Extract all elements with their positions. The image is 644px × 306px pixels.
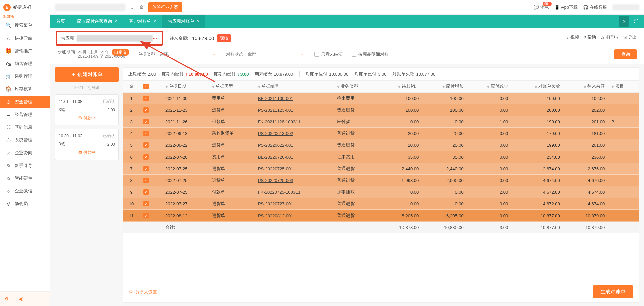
history-card[interactable]: 11.01 - 11.08已确认3笔2.00✪ 付款中: [55, 94, 119, 125]
close-icon[interactable]: ×: [154, 19, 156, 24]
chevron-down-icon: ⌄: [212, 52, 215, 56]
sidebar-item[interactable]: V畅会员: [0, 197, 50, 210]
app-download-link[interactable]: 📱 App下载: [554, 4, 578, 10]
doc-type-input[interactable]: [158, 51, 217, 58]
sidebar-item[interactable]: 🏠库存核算: [0, 83, 50, 96]
close-icon[interactable]: ×: [197, 19, 199, 24]
fullscreen-button[interactable]: ⛶: [631, 16, 641, 27]
row-checkbox[interactable]: ✓: [143, 166, 149, 171]
settle-button[interactable]: 现结: [217, 34, 231, 42]
doc-link[interactable]: FK-20211126-100311: [258, 119, 301, 124]
sidebar-item[interactable]: 🎁营销推广: [0, 45, 50, 57]
row-checkbox[interactable]: ✓: [143, 131, 149, 136]
create-statement-button[interactable]: ＋ 创建对账单: [55, 67, 119, 82]
doc-link[interactable]: PS-20211123-001: [258, 108, 293, 113]
gear-icon[interactable]: ⚙: [129, 84, 134, 89]
row-checkbox[interactable]: ✓: [143, 107, 149, 113]
gear-icon[interactable]: ⚙: [139, 4, 144, 10]
sidebar-item[interactable]: ○企业微信: [0, 185, 50, 197]
sidebar-item[interactable]: ☺智能硬件: [0, 172, 50, 185]
row-checkbox[interactable]: ✓: [143, 154, 149, 160]
table-row[interactable]: 7✓2022-07-25进货单PS-20220725-001普通进货2,440.…: [123, 163, 639, 175]
customer-service-link[interactable]: 🎧 在线客服: [583, 4, 607, 10]
table-row[interactable]: 5✓2022-06-22进货单PS-20220622-001普通进货20.002…: [123, 139, 639, 151]
row-checkbox[interactable]: ✓: [143, 96, 149, 101]
print-link[interactable]: 🖨打印▾: [601, 34, 618, 40]
settings-icon[interactable]: ⚙: [5, 296, 9, 301]
close-tab-button[interactable]: ✕: [619, 16, 629, 27]
export-link[interactable]: ⇲导出: [623, 34, 637, 40]
column-header[interactable]: ⚙: [123, 81, 140, 93]
column-header[interactable]: ◆待核销...: [378, 81, 422, 93]
sidebar-item[interactable]: 🛒采购管理: [0, 70, 50, 83]
column-header[interactable]: ◆对账单欠款: [512, 81, 563, 93]
detail-checkbox[interactable]: 按商品明细对账: [352, 51, 389, 57]
table-row[interactable]: 9✓2022-07-25付款单FK-20220725-100311抹零挂账0.0…: [123, 186, 639, 198]
column-header[interactable]: ◆应付增加: [422, 81, 467, 93]
column-header[interactable]: ◆项目: [608, 81, 639, 93]
collapse-icon[interactable]: ◀): [19, 296, 23, 301]
doc-link[interactable]: PS-20220727-001: [258, 201, 293, 206]
table-row[interactable]: 3✓2021-11-26付款单FK-20211126-100311应付款0.00…: [123, 116, 639, 128]
row-checkbox[interactable]: ✓: [143, 201, 149, 206]
sidebar-item[interactable]: ☷基础信息: [0, 121, 50, 134]
table-row[interactable]: 6✓2022-07-20费用单BE-20220720-001往来费用35.003…: [123, 151, 639, 163]
doc-link[interactable]: BE-20211109-001: [258, 96, 293, 101]
generate-statement-button[interactable]: 生成对账单: [593, 285, 633, 298]
help-link[interactable]: ?帮助: [584, 34, 596, 40]
sidebar-item[interactable]: 🔍搜索菜单: [0, 19, 50, 32]
experience-button[interactable]: 体验行业方案: [148, 2, 182, 12]
select-all-checkbox[interactable]: ✓: [143, 84, 149, 89]
column-header[interactable]: ◆单据编号: [255, 81, 334, 93]
dropdown-icon[interactable]: ⌄: [130, 4, 135, 10]
supplier-value-blurred: [77, 35, 153, 42]
sidebar-item[interactable]: ≣经营管理: [0, 108, 50, 121]
row-checkbox[interactable]: ✓: [143, 142, 149, 148]
table-row[interactable]: 1✓2021-11-09费用单BE-20211109-001往来费用100.00…: [123, 93, 639, 104]
page-tab[interactable]: 首页: [50, 15, 71, 28]
close-icon[interactable]: ×: [115, 19, 117, 24]
table-row[interactable]: 11✓2022-08-12进货单PS-20220812-001普通进货6,205…: [123, 210, 639, 222]
column-header[interactable]: ◆业务类型: [334, 81, 379, 93]
messages-link[interactable]: 💬 消息 99+: [534, 4, 549, 10]
column-header[interactable]: [152, 81, 162, 93]
column-header[interactable]: ◆应付减少: [467, 81, 512, 93]
column-header[interactable]: ◆单据类型: [209, 81, 255, 93]
history-card[interactable]: 10.30 - 11.02已确认3笔2.00✪ 付款中: [55, 129, 119, 160]
doc-link[interactable]: FK-20220725-100311: [258, 190, 301, 195]
table-row[interactable]: 10✓2022-07-27进货单PS-20220727-001普通进货0.000…: [123, 198, 639, 210]
supplier-selector[interactable]: 供应商 ⋯: [56, 31, 163, 46]
doc-link[interactable]: PS-20220725-001: [258, 166, 293, 171]
column-header[interactable]: ✓: [140, 81, 152, 93]
doc-link[interactable]: BE-20220720-001: [258, 155, 293, 160]
sidebar-item[interactable]: 🛍销售管理: [0, 57, 50, 70]
row-checkbox[interactable]: ✓: [143, 189, 149, 195]
sidebar-item[interactable]: ⊘资金管理: [0, 96, 50, 108]
table-row[interactable]: 8✓2022-07-25进货单PS-20220725-003普通进货1,998.…: [123, 175, 639, 186]
supplier-more-icon[interactable]: ⋯: [153, 36, 158, 41]
row-checkbox[interactable]: ✓: [143, 213, 149, 218]
share-settings-link[interactable]: ⚙分享人设置: [129, 289, 157, 295]
table-row[interactable]: 2✓2021-11-23进货单PS-20211123-001普通进货100.00…: [123, 104, 639, 116]
row-checkbox[interactable]: ✓: [143, 178, 149, 183]
page-tab[interactable]: 客户对账单×: [123, 15, 162, 28]
column-header[interactable]: ◆单据日期: [162, 81, 209, 93]
sidebar-item[interactable]: ✎新手引导: [0, 159, 50, 172]
page-tab[interactable]: 供应商对账单×: [162, 15, 205, 28]
unsettled-checkbox[interactable]: 只看未结清: [314, 51, 343, 57]
doc-link[interactable]: PS-20220622-001: [258, 143, 293, 148]
chat-icon: 💬: [534, 5, 539, 10]
column-header[interactable]: ◆往来余额: [564, 81, 608, 93]
status-input[interactable]: [246, 51, 306, 58]
table-row[interactable]: 4✓2022-06-13采购退货单PS-20220613-002普通进货-20.…: [123, 128, 639, 139]
sidebar-item[interactable]: ⎚企业协同: [0, 146, 50, 159]
query-button[interactable]: 查询: [614, 49, 637, 59]
video-link[interactable]: ▷视频: [566, 34, 579, 40]
doc-link[interactable]: PS-20220725-003: [258, 178, 293, 183]
sidebar-item[interactable]: ◌系统管理: [0, 134, 50, 146]
sidebar-item[interactable]: ⌂快捷导航: [0, 32, 50, 45]
doc-link[interactable]: PS-20220613-002: [258, 131, 293, 136]
doc-link[interactable]: PS-20220812-001: [258, 213, 293, 218]
row-checkbox[interactable]: ✓: [143, 119, 149, 124]
page-tab[interactable]: 应收应付余额查询×: [71, 15, 123, 28]
